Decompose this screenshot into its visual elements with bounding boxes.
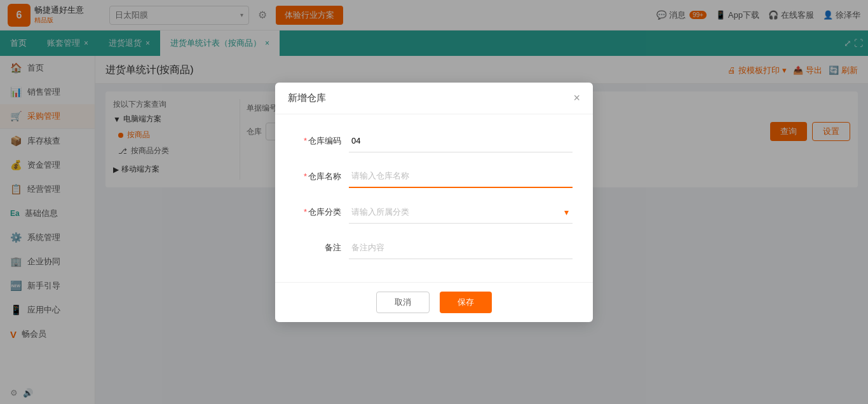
code-input[interactable] (349, 130, 573, 152)
required-star-category: * (304, 207, 307, 217)
required-star-code: * (304, 136, 307, 145)
form-row-remark: 备注 (295, 236, 573, 259)
remark-label: 备注 (295, 242, 341, 253)
form-row-code: *仓库编码 (295, 130, 573, 152)
form-row-category: *仓库分类 ▾ (295, 201, 573, 224)
form-row-name: *仓库名称 (295, 165, 573, 188)
name-input[interactable] (349, 165, 573, 188)
dialog-overlay: 新增仓库 × *仓库编码 *仓库名称 *仓库分类 (0, 0, 868, 404)
category-label: *仓库分类 (295, 206, 341, 218)
required-star-name: * (304, 172, 307, 181)
name-label: *仓库名称 (295, 171, 341, 182)
dialog-body: *仓库编码 *仓库名称 *仓库分类 ▾ (275, 114, 593, 282)
dialog-title: 新增仓库 (288, 92, 326, 104)
dialog-new-warehouse: 新增仓库 × *仓库编码 *仓库名称 *仓库分类 (275, 83, 593, 322)
remark-input[interactable] (349, 236, 573, 259)
cancel-btn[interactable]: 取消 (376, 292, 430, 313)
category-select-wrapper: ▾ (349, 201, 573, 224)
dialog-footer: 取消 保存 (275, 282, 593, 322)
category-input[interactable] (349, 201, 573, 224)
code-label: *仓库编码 (295, 135, 341, 147)
save-btn[interactable]: 保存 (440, 292, 492, 313)
dialog-header: 新增仓库 × (275, 83, 593, 114)
dialog-close-btn[interactable]: × (573, 91, 580, 105)
